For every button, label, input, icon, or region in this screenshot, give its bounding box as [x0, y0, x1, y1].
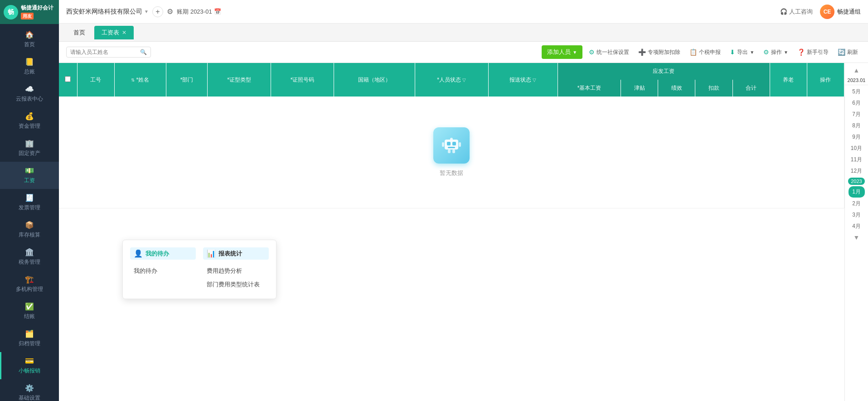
- timeline-month-9[interactable]: 9月: [845, 131, 868, 143]
- timeline-panel: ▲ 2023.01 5月 6月 7月 8月 9月 10月 11月 12月 202…: [844, 63, 868, 401]
- th-total-label: 合计: [746, 85, 756, 91]
- multi-icon: 🏗️: [25, 275, 34, 284]
- popup-col-report: 📊 报表统计 费用趋势分析 部门费用类型统计表: [203, 247, 269, 291]
- th-dept-label: *部门: [180, 77, 194, 83]
- add-person-button[interactable]: 添加人员 ▼: [542, 45, 582, 59]
- geshuisb-label: 个税申报: [699, 48, 721, 56]
- sidebar-item-xiaochang[interactable]: 💳 小畅报销: [0, 352, 59, 379]
- sidebar-item-invoice[interactable]: 🧾 发票管理: [0, 189, 59, 216]
- filter-icon[interactable]: ▽: [462, 77, 466, 82]
- shebao-action[interactable]: ⚙ 统一社保设置: [586, 47, 632, 58]
- svg-rect-7: [448, 150, 451, 153]
- period-selector[interactable]: 账期 2023-01 📅: [177, 8, 221, 16]
- timeline-month-12[interactable]: 12月: [845, 165, 868, 177]
- sidebar-item-ledger[interactable]: 📒 总账: [0, 53, 59, 80]
- sidebar-item-tax[interactable]: 🏛️ 税务管理: [0, 243, 59, 271]
- th-dept: *部门: [166, 63, 207, 97]
- popup-todo-title: 我的待办: [145, 250, 169, 258]
- sidebar-item-multi[interactable]: 🏗️ 多机构管理: [0, 271, 59, 298]
- calendar-icon: 📅: [214, 8, 221, 15]
- timeline-month-7[interactable]: 7月: [845, 109, 868, 120]
- search-icon: 🔍: [140, 49, 147, 55]
- refresh-action[interactable]: 🔄 刷新: [835, 47, 861, 58]
- sidebar-item-asset[interactable]: 🏢 固定资产: [0, 135, 59, 162]
- sidebar-item-home[interactable]: 🏠 首页: [0, 26, 59, 53]
- settings-button[interactable]: ⚙: [167, 7, 173, 16]
- support-button[interactable]: 🎧 人工咨询: [780, 8, 813, 16]
- tax-icon: 🏛️: [25, 248, 34, 256]
- empty-robot-icon: [433, 127, 470, 164]
- svg-rect-5: [442, 142, 444, 147]
- sidebar-item-label: 资金管理: [19, 122, 40, 130]
- toolbar: 🔍 添加人员 ▼ ⚙ 统一社保设置 ➕ 专项附加扣除 📋 个税申报 ⬇ 导出: [59, 42, 868, 63]
- svg-rect-2: [452, 142, 456, 145]
- todo-icon: 👤: [134, 249, 143, 258]
- invoice-icon: 🧾: [25, 193, 34, 202]
- sidebar: 畅 畅捷通好会计 用友 🏠 首页 📒 总账 ☁️ 云报表中心 💰 资金管理 🏢 …: [0, 0, 59, 401]
- th-action-label: 操作: [820, 77, 831, 83]
- timeline-month-1[interactable]: 1月: [849, 186, 865, 198]
- salary-table: 工号 ⇅ *姓名 *部门 *证型类型: [59, 63, 844, 208]
- th-status-label: *人员状态: [437, 77, 461, 83]
- sidebar-item-fund[interactable]: 💰 资金管理: [0, 107, 59, 135]
- company-selector[interactable]: 西安虾米网络科技有限公司 ▼: [66, 8, 149, 16]
- shebao-label: 统一社保设置: [596, 48, 629, 56]
- sidebar-item-close[interactable]: ✅ 结账: [0, 298, 59, 325]
- geshuisb-icon: 📋: [689, 48, 697, 56]
- popup-todo-item[interactable]: 我的待办: [130, 264, 196, 278]
- timeline-month-8[interactable]: 8月: [845, 120, 868, 131]
- tab-home[interactable]: 首页: [66, 26, 92, 39]
- user-avatar[interactable]: CE 畅捷通组: [820, 5, 861, 19]
- timeline-month-10[interactable]: 10月: [845, 143, 868, 154]
- timeline-month-11[interactable]: 11月: [845, 154, 868, 165]
- timeline-header: 2023.01: [845, 76, 868, 85]
- timeline-down-nav[interactable]: ▼: [852, 232, 862, 243]
- zhuanxiang-label: 专项附加扣除: [648, 48, 680, 56]
- sidebar-item-archive[interactable]: 🗂️ 归档管理: [0, 325, 59, 352]
- sidebar-item-label: 小畅报销: [19, 367, 40, 375]
- header-right: 🎧 人工咨询 CE 畅捷通组: [780, 5, 861, 19]
- add-dropdown-icon: ▼: [572, 50, 577, 55]
- popup-report-item-1[interactable]: 费用趋势分析: [203, 264, 269, 278]
- timeline-up-nav[interactable]: ▲: [852, 65, 862, 76]
- th-idno: *证照号码: [271, 63, 334, 97]
- svg-rect-1: [447, 142, 451, 145]
- logo-icon: 畅: [4, 5, 18, 19]
- sidebar-item-label: 结账: [24, 313, 35, 320]
- tab-bar: 首页 工资表 ✕: [59, 24, 868, 42]
- th-pension: 养老: [770, 63, 807, 97]
- select-all-checkbox[interactable]: [65, 76, 71, 82]
- robot-svg: [440, 134, 463, 157]
- headset-icon: 🎧: [780, 8, 787, 15]
- svg-rect-3: [448, 147, 455, 148]
- sidebar-item-label: 固定资产: [19, 150, 40, 157]
- header: 西安虾米网络科技有限公司 ▼ + ⚙ 账期 2023-01 📅 🎧 人工咨询 C…: [59, 0, 868, 24]
- th-base-salary-label: *基本工资: [577, 85, 601, 91]
- add-company-button[interactable]: +: [152, 6, 163, 17]
- sidebar-item-stock[interactable]: 📦 库存核算: [0, 216, 59, 243]
- operation-dropdown-icon: ▼: [784, 50, 788, 55]
- shebao-icon: ⚙: [589, 48, 595, 56]
- sidebar-item-salary[interactable]: 💵 工资: [0, 162, 59, 189]
- export-action[interactable]: ⬇ 导出 ▼: [727, 47, 757, 58]
- operation-action[interactable]: ⚙ 操作 ▼: [761, 47, 791, 58]
- sidebar-item-settings[interactable]: ⚙️ 基础设置: [0, 379, 59, 401]
- timeline-month-4[interactable]: 4月: [845, 221, 868, 232]
- timeline-month-6[interactable]: 6月: [845, 97, 868, 109]
- popup-report-item-2[interactable]: 部门费用类型统计表: [203, 278, 269, 291]
- timeline-month-3[interactable]: 3月: [845, 209, 868, 221]
- sort-icon[interactable]: ⇅: [131, 77, 135, 82]
- timeline-month-5[interactable]: 5月: [845, 86, 868, 97]
- zhuanxiang-action[interactable]: ➕ 专项附加扣除: [635, 47, 683, 58]
- newguide-action[interactable]: ❓ 新手引导: [795, 47, 831, 58]
- sidebar-item-cloud[interactable]: ☁️ 云报表中心: [0, 80, 59, 107]
- filter-icon-2[interactable]: ▽: [533, 77, 536, 82]
- geshuisb-action[interactable]: 📋 个税申报: [687, 47, 723, 58]
- logo-subtitle: 用友: [21, 13, 34, 19]
- tab-close-icon[interactable]: ✕: [122, 29, 126, 36]
- timeline-month-2[interactable]: 2月: [845, 198, 868, 209]
- sidebar-item-label: 云报表中心: [16, 95, 43, 103]
- th-no-label: 工号: [90, 77, 101, 83]
- search-input[interactable]: [70, 49, 138, 55]
- tab-salary[interactable]: 工资表 ✕: [94, 26, 134, 39]
